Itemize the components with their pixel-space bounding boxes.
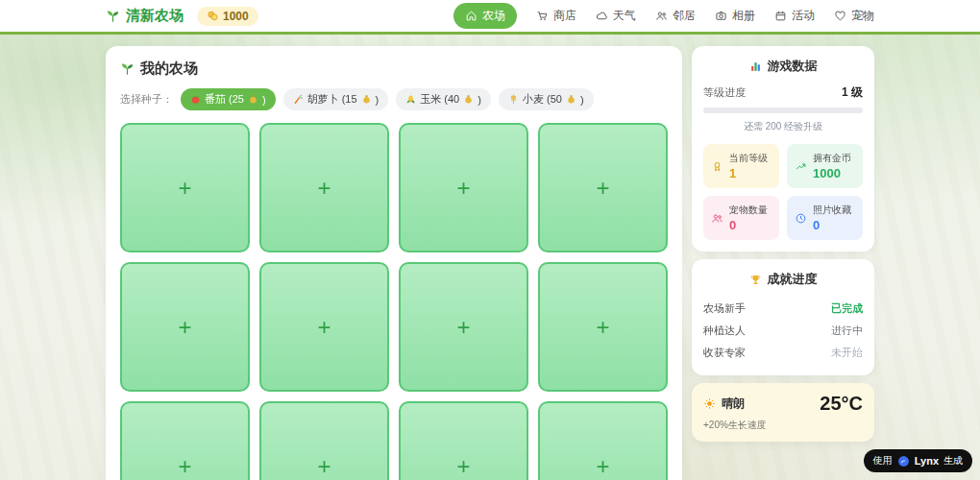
achievements-title: 成就进度	[703, 271, 863, 288]
farm-plot[interactable]: +	[259, 401, 389, 480]
stat-label: 照片收藏	[813, 204, 851, 217]
nav-item-neighbors[interactable]: 邻居	[655, 8, 696, 24]
nav-label: 活动	[792, 8, 815, 24]
level-progress-bar	[703, 108, 863, 113]
seed-pill-wheat[interactable]: 小麦 (50 )	[499, 88, 594, 110]
lynx-logo-icon	[897, 455, 910, 468]
farm-plot[interactable]: +	[259, 262, 389, 392]
farm-title-text: 我的农场	[140, 60, 198, 78]
seed-pill-corn[interactable]: 玉米 (40 )	[396, 88, 491, 110]
corn-icon	[405, 94, 416, 105]
money-bag-icon	[361, 94, 372, 105]
nav-item-farm[interactable]: 农场	[453, 3, 517, 29]
achievement-row: 种植达人 进行中	[703, 320, 863, 342]
seed-pill-suffix: )	[262, 94, 266, 106]
badge-brand: Lynx	[915, 455, 939, 467]
seed-pill-suffix: )	[376, 94, 380, 106]
stat-photos: 照片收藏 0	[787, 196, 863, 240]
app-title: 清新农场	[126, 7, 184, 25]
nav-item-album[interactable]: 相册	[715, 8, 755, 24]
achievement-row: 农场新手 已完成	[703, 298, 863, 320]
level-progress-row: 等级进度 1 级	[703, 84, 863, 101]
clock-icon	[795, 212, 807, 225]
wheat-icon	[508, 94, 519, 105]
level-value: 1 级	[842, 84, 863, 101]
nav-item-pets[interactable]: 宠物	[834, 8, 874, 24]
bar-chart-icon	[749, 60, 762, 73]
nav-item-weather[interactable]: 天气	[596, 8, 636, 24]
lynx-generator-badge[interactable]: 使用 Lynx 生成	[864, 449, 972, 472]
stat-value: 0	[729, 218, 768, 232]
stat-label: 宠物数量	[729, 204, 768, 217]
stat-value: 0	[813, 218, 851, 232]
cart-icon	[536, 10, 549, 22]
farm-plot[interactable]: +	[259, 123, 389, 252]
badge-prefix: 使用	[873, 454, 893, 468]
farm-plot[interactable]: +	[538, 123, 668, 252]
weather-condition-text: 晴朗	[722, 396, 745, 412]
money-bag-icon	[248, 94, 258, 105]
achievement-label: 农场新手	[703, 301, 746, 316]
weather-growth-bonus: +20%生长速度	[703, 419, 863, 432]
achievement-status: 已完成	[831, 301, 863, 316]
game-data-title-text: 游戏数据	[768, 58, 818, 75]
top-navigation-bar: 清新农场 1000 农场 商店	[0, 0, 980, 35]
medal-icon	[711, 160, 723, 173]
farm-plot[interactable]: +	[538, 262, 668, 392]
nav-item-activities[interactable]: 活动	[774, 8, 815, 24]
coins-icon	[207, 10, 219, 22]
farm-plot[interactable]: +	[399, 262, 528, 392]
seed-pill-text: 番茄 (25	[205, 92, 244, 107]
tomato-icon	[190, 94, 201, 105]
seedling-icon	[120, 61, 135, 76]
achievement-status: 未开始	[831, 346, 863, 360]
farm-plot-grid: + + + + + + + + + + + +	[120, 123, 668, 480]
nav-label: 天气	[613, 8, 636, 24]
nav-item-shop[interactable]: 商店	[536, 8, 576, 24]
farm-plot[interactable]: +	[399, 123, 528, 252]
nav-label: 商店	[553, 8, 576, 24]
stat-current-level: 当前等级 1	[703, 144, 779, 188]
farm-title: 我的农场	[120, 60, 668, 78]
main-nav: 农场 商店 天气 邻居	[453, 3, 874, 29]
stat-label: 当前等级	[729, 152, 768, 165]
farm-plot[interactable]: +	[120, 262, 250, 392]
stat-coins: 拥有金币 1000	[787, 144, 863, 188]
app-logo: 清新农场	[106, 7, 184, 25]
brand-group: 清新农场 1000	[106, 7, 258, 26]
achievements-card: 成就进度 农场新手 已完成 种植达人 进行中 收获专家 未开始	[692, 259, 874, 375]
nav-label: 农场	[482, 8, 505, 24]
seed-pill-text: 玉米 (40	[420, 92, 459, 107]
home-icon	[465, 10, 478, 22]
farm-plot[interactable]: +	[538, 401, 668, 480]
calendar-icon	[774, 10, 787, 22]
farm-plot[interactable]: +	[120, 401, 250, 480]
achievement-status: 进行中	[831, 324, 863, 338]
seed-pill-carrot[interactable]: 胡萝卜 (15 )	[283, 88, 389, 110]
heart-icon	[834, 10, 846, 22]
stat-label: 拥有金币	[813, 152, 851, 165]
stat-value: 1	[729, 166, 768, 180]
coin-balance-badge: 1000	[197, 7, 258, 26]
people-icon	[655, 10, 668, 22]
content-area: 我的农场 选择种子： 番茄 (25 )	[106, 46, 874, 480]
stats-grid: 当前等级 1 拥有金币 1000	[703, 144, 863, 240]
seed-picker-label: 选择种子：	[120, 92, 173, 107]
carrot-icon	[293, 94, 304, 105]
badge-suffix: 生成	[943, 454, 963, 468]
nav-label: 邻居	[673, 8, 696, 24]
seedling-icon	[106, 9, 120, 23]
weather-condition: 晴朗	[703, 396, 745, 412]
camera-icon	[715, 10, 727, 22]
farm-plot[interactable]: +	[399, 401, 528, 480]
level-progress-hint: 还需 200 经验升级	[703, 120, 863, 133]
farm-plot[interactable]: +	[120, 123, 250, 252]
trophy-icon	[749, 274, 762, 286]
sidebar: 游戏数据 等级进度 1 级 还需 200 经验升级 当前等级 1	[692, 46, 874, 442]
weather-card: 晴朗 25°C +20%生长速度	[692, 383, 874, 442]
stat-pets: 宠物数量 0	[703, 196, 779, 240]
sun-icon	[703, 397, 716, 410]
achievement-label: 种植达人	[703, 324, 746, 338]
nav-label: 宠物	[851, 8, 874, 24]
seed-pill-tomato[interactable]: 番茄 (25 )	[181, 88, 276, 110]
